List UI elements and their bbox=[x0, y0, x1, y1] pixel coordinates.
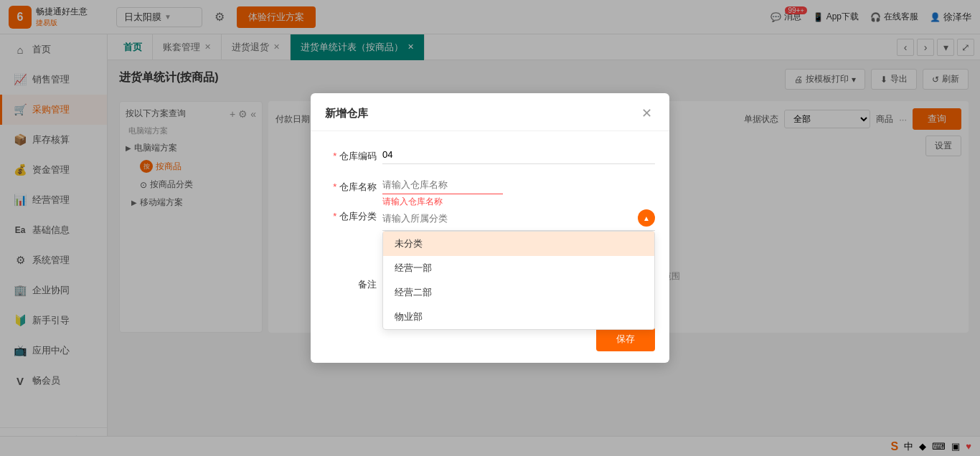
category-dropdown-list: 未分类 经营一部 经营二部 物业部 bbox=[382, 231, 655, 330]
modal-header: 新增仓库 ✕ bbox=[311, 93, 669, 131]
modal-title: 新增仓库 bbox=[325, 107, 368, 120]
modal-body: 仓库编码 仓库名称 请输入仓库名称 仓库分类 ▲ bbox=[311, 131, 669, 318]
dropdown-option-none[interactable]: 未分类 bbox=[383, 232, 654, 256]
warehouse-name-input[interactable] bbox=[382, 176, 503, 194]
warehouse-category-wrapper: ▲ 未分类 经营一部 经营二部 物业部 bbox=[382, 206, 655, 231]
warehouse-notes-label: 备注 bbox=[325, 274, 382, 291]
modal-overlay: 新增仓库 ✕ 仓库编码 仓库名称 请输入仓库名称 仓库分类 bbox=[0, 0, 980, 456]
warehouse-code-row: 仓库编码 bbox=[325, 146, 655, 164]
dropdown-option-property[interactable]: 物业部 bbox=[383, 305, 654, 329]
warehouse-name-row: 仓库名称 请输入仓库名称 bbox=[325, 176, 655, 194]
warehouse-category-input[interactable] bbox=[382, 213, 638, 224]
warehouse-category-row: 仓库分类 ▲ 未分类 经营一部 经营二部 物业部 bbox=[325, 206, 655, 231]
modal-save-button[interactable]: 保存 bbox=[596, 327, 655, 351]
warehouse-name-label: 仓库名称 bbox=[325, 176, 382, 194]
warehouse-code-label: 仓库编码 bbox=[325, 146, 382, 163]
category-dropdown-trigger[interactable]: ▲ bbox=[382, 206, 655, 231]
dropdown-option-ops2[interactable]: 经营二部 bbox=[383, 280, 654, 305]
modal-close-button[interactable]: ✕ bbox=[638, 105, 655, 122]
warehouse-code-input[interactable] bbox=[382, 146, 655, 164]
dropdown-option-ops1[interactable]: 经营一部 bbox=[383, 256, 654, 280]
new-warehouse-modal: 新增仓库 ✕ 仓库编码 仓库名称 请输入仓库名称 仓库分类 bbox=[311, 93, 669, 363]
warehouse-name-input-row: 仓库名称 bbox=[325, 176, 503, 194]
warehouse-category-label: 仓库分类 bbox=[325, 206, 382, 223]
category-dropdown-arrow-btn[interactable]: ▲ bbox=[638, 209, 655, 227]
